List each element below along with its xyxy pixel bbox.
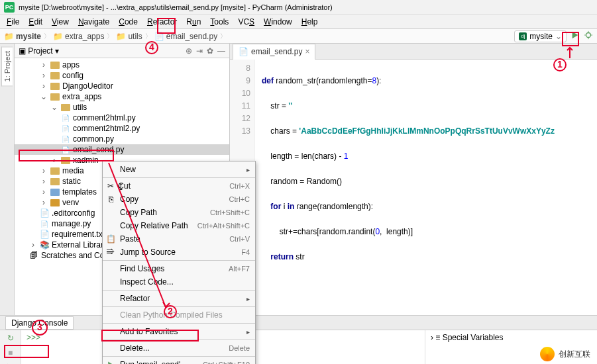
django-icon: dj bbox=[519, 32, 527, 40]
python-file-icon: 📄 bbox=[239, 47, 248, 56]
watermark: 创新互联 bbox=[540, 347, 590, 361]
collapse-all-icon[interactable]: ⇥ bbox=[196, 46, 203, 56]
svg-point-0 bbox=[586, 33, 591, 38]
run-button[interactable] bbox=[570, 30, 580, 42]
breadcrumb: 📁 mysite 📁 extra_apps 📁 utils 📄 email_se… bbox=[4, 31, 227, 41]
stop-icon[interactable]: ■ bbox=[5, 347, 16, 358]
ctx-favorites[interactable]: Add to Favorites bbox=[103, 325, 255, 338]
ctx-delete[interactable]: Delete...Delete bbox=[103, 341, 255, 355]
menu-bar: File Edit View Navigate Code Refactor Ru… bbox=[0, 15, 597, 29]
menu-vcs[interactable]: VCS bbox=[234, 16, 258, 28]
project-tool-tab[interactable]: 1: Project bbox=[1, 46, 13, 86]
anno-label-1: 1 bbox=[557, 59, 563, 69]
scroll-from-source-icon[interactable]: ⊕ bbox=[186, 46, 192, 56]
anno-label-4: 4 bbox=[149, 42, 154, 52]
run-config-combo[interactable]: dj mysite ⌄ bbox=[514, 30, 567, 42]
menu-window[interactable]: Window bbox=[260, 16, 296, 28]
hide-icon[interactable]: — bbox=[217, 46, 225, 56]
navigation-bar: 📁 mysite 📁 extra_apps 📁 utils 📄 email_se… bbox=[0, 29, 597, 44]
editor: 📄 email_send.py × 89 101112 13 def rando… bbox=[230, 44, 597, 315]
menu-tools[interactable]: Tools bbox=[206, 16, 233, 28]
menu-help[interactable]: Help bbox=[298, 16, 322, 28]
menu-file[interactable]: File bbox=[3, 16, 23, 28]
pycharm-icon: PC bbox=[4, 2, 15, 13]
menu-code[interactable]: Code bbox=[115, 16, 142, 28]
settings-icon[interactable]: ✿ bbox=[207, 46, 213, 56]
crumb-extra-apps[interactable]: 📁 extra_apps bbox=[53, 32, 104, 41]
menu-view[interactable]: View bbox=[48, 16, 73, 28]
menu-edit[interactable]: Edit bbox=[25, 16, 46, 28]
crumb-file[interactable]: 📄 email_send.py bbox=[154, 32, 217, 41]
title-bar: PC mysite [D:\webroot\mysite] - ...\extr… bbox=[0, 0, 597, 15]
ctx-run[interactable]: Run 'email_send'Ctrl+Shift+F10 bbox=[103, 358, 255, 364]
crumb-utils[interactable]: 📁 utils bbox=[116, 32, 142, 41]
code-area[interactable]: def random_str(randomlength=8): str = ''… bbox=[255, 60, 555, 315]
editor-tabs: 📄 email_send.py × bbox=[230, 44, 597, 60]
menu-run[interactable]: Run bbox=[182, 16, 205, 28]
main-area: 1: Project ▣ Project ▾ ⊕ ⇥ ✿ — ›apps ›co… bbox=[0, 44, 597, 315]
svg-line-7 bbox=[109, 163, 166, 307]
anno-label-3: 3 bbox=[37, 322, 42, 332]
tree-email-send[interactable]: 📄email_send.py bbox=[15, 144, 229, 155]
watermark-logo-icon bbox=[540, 347, 555, 361]
menu-refactor[interactable]: Refactor bbox=[143, 16, 181, 28]
window-title: mysite [D:\webroot\mysite] - ...\extra_a… bbox=[19, 3, 333, 11]
close-tab-icon[interactable]: × bbox=[305, 47, 309, 56]
debug-button[interactable] bbox=[584, 30, 593, 42]
project-header: ▣ Project ▾ ⊕ ⇥ ✿ — bbox=[15, 44, 229, 58]
menu-navigate[interactable]: Navigate bbox=[74, 16, 113, 28]
left-gutter: 1: Project bbox=[0, 44, 15, 315]
run-icon bbox=[106, 360, 115, 364]
project-view-combo[interactable]: ▣ Project ▾ bbox=[19, 46, 59, 56]
crumb-project[interactable]: 📁 mysite bbox=[4, 32, 41, 41]
console-panel: ↻ ■ >>> › ≡ Special Variables bbox=[0, 330, 597, 364]
rerun-icon[interactable]: ↻ bbox=[5, 333, 16, 343]
tool-window-bar: Django Console bbox=[0, 315, 597, 330]
editor-tab-email-send[interactable]: 📄 email_send.py × bbox=[233, 44, 315, 60]
anno-label-2: 2 bbox=[168, 306, 173, 316]
